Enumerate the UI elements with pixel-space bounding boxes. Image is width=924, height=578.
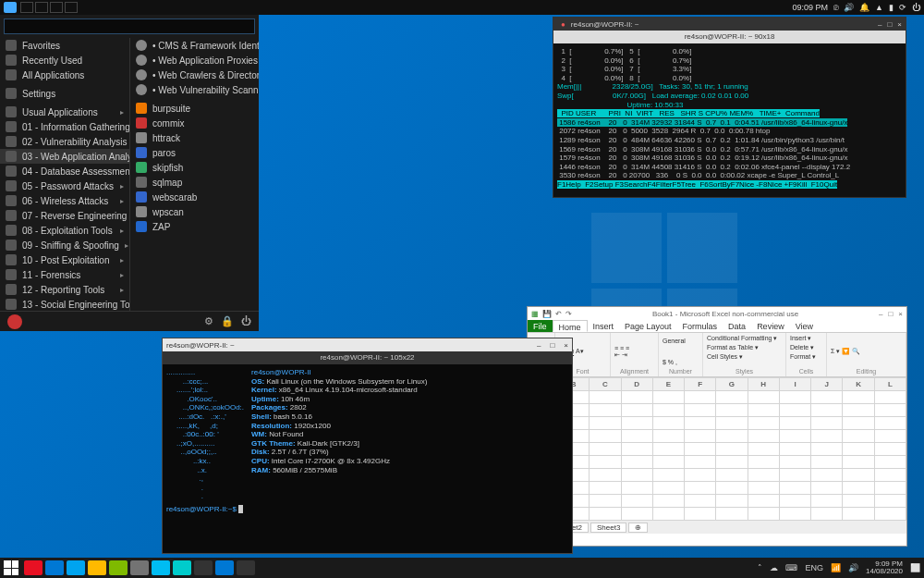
onedrive-icon[interactable]: ☁ (770, 563, 778, 572)
col-header[interactable]: F (685, 378, 716, 391)
neo-prompt[interactable]: re4son@WOPR-II:~$ _ (163, 505, 572, 513)
insert-button[interactable]: Insert ▾ (790, 335, 811, 342)
task-item[interactable] (173, 560, 191, 575)
tool-sqlmap[interactable]: sqlmap (130, 175, 259, 190)
redo-icon[interactable]: ↷ (565, 310, 572, 318)
menu-cat-9[interactable]: 09 - Sniffing & Spoofing▸ (0, 238, 129, 252)
col-header[interactable]: H (748, 378, 779, 391)
menu-lock-icon[interactable]: 🔒 (221, 315, 234, 327)
menu-recent[interactable]: Recently Used (0, 53, 129, 68)
save-icon[interactable]: 💾 (542, 310, 552, 318)
col-header[interactable]: K (843, 378, 874, 391)
menu-settings-icon[interactable]: ⚙ (204, 315, 213, 327)
kali-logo-icon[interactable] (4, 2, 17, 13)
menu-cat-3[interactable]: 03 - Web Application Analysis▸ (0, 149, 129, 164)
menu-favorites[interactable]: Favorites (0, 38, 129, 53)
subcat-2[interactable]: • Web Crawlers & Directory ...▸ (130, 68, 259, 82)
tab-formulas[interactable]: Formulas (677, 320, 723, 332)
task-item[interactable] (45, 560, 64, 575)
launcher-4[interactable] (65, 2, 78, 13)
task-item[interactable] (130, 560, 149, 575)
window-neofetch[interactable]: re4son@WOPR-II: ~ – □ × re4son@WOPR-II: … (162, 338, 573, 554)
task-item[interactable] (88, 560, 106, 575)
menu-cat-10[interactable]: 10 - Post Exploitation▸ (0, 252, 129, 267)
ime-icon[interactable]: ⌨ (785, 563, 797, 572)
excel-icon[interactable]: ▦ (531, 310, 539, 318)
task-item[interactable] (215, 560, 234, 575)
taskbar-clock[interactable]: 9:09 PM 14/08/2020 (866, 560, 903, 575)
task-item[interactable] (24, 560, 43, 575)
task-item[interactable] (67, 560, 85, 575)
refresh-icon[interactable]: ⟳ (899, 3, 906, 12)
task-item[interactable] (194, 560, 213, 575)
task-item[interactable] (109, 560, 128, 575)
task-item[interactable] (237, 560, 255, 575)
volume-icon[interactable]: 🔊 (844, 3, 854, 12)
col-header[interactable]: I (779, 378, 810, 391)
notification-icon[interactable]: ⬜ (910, 563, 920, 572)
bell-icon[interactable]: 🔔 (859, 3, 869, 12)
launcher-3[interactable] (50, 2, 63, 13)
number-format[interactable]: General (663, 338, 686, 344)
neo-titlebar[interactable]: re4son@WOPR-II: ~ – □ × (163, 338, 572, 351)
tool-zap[interactable]: ZAP (130, 219, 259, 234)
menu-search-input[interactable] (4, 18, 255, 34)
menu-cat-5[interactable]: 05 - Password Attacks▸ (0, 178, 129, 193)
subcat-0[interactable]: • CMS & Framework Identif...▸ (130, 38, 259, 53)
close-icon[interactable]: × (898, 310, 903, 318)
menu-cat-0[interactable]: Usual Applications▸ (0, 105, 129, 119)
col-header[interactable]: C (590, 378, 621, 391)
subcat-3[interactable]: • Web Vulnerability Scanners▸ (130, 82, 259, 97)
tab-file[interactable]: File (528, 320, 553, 332)
power-icon[interactable]: ⏻ (912, 3, 920, 12)
col-header[interactable]: L (874, 378, 906, 391)
menu-cat-8[interactable]: 08 - Exploitation Tools▸ (0, 223, 129, 238)
tool-skipfish[interactable]: skipfish (130, 160, 259, 175)
autosum-button[interactable]: Σ ▾ (831, 348, 840, 355)
window-excel[interactable]: ▦ 💾 ↶ ↷ Book1 - Microsoft Excel non-comm… (527, 306, 907, 547)
sheet-tab[interactable]: Sheet3 (590, 523, 626, 533)
menu-cat-13[interactable]: 13 - Social Engineering Tools▸ (0, 297, 129, 311)
subcat-1[interactable]: • Web Application Proxies▸ (130, 53, 259, 68)
excel-titlebar[interactable]: ▦ 💾 ↶ ↷ Book1 - Microsoft Excel non-comm… (528, 307, 906, 320)
tab-home[interactable]: Home (553, 320, 588, 332)
network-icon[interactable]: 📶 (831, 563, 841, 572)
tool-commix[interactable]: commix (130, 116, 259, 130)
tab-page-layout[interactable]: Page Layout (619, 320, 677, 332)
display-icon[interactable]: ⎚ (833, 3, 838, 12)
htop-titlebar[interactable]: ● re4son@WOPR-II: ~ – □ × (553, 18, 906, 31)
menu-cat-1[interactable]: 01 - Information Gathering▸ (0, 119, 129, 134)
task-item[interactable] (152, 560, 170, 575)
find-select-button[interactable]: 🔍 (852, 348, 860, 355)
tab-view[interactable]: View (790, 320, 819, 332)
excel-grid[interactable]: B C D E F G H I J K L (528, 377, 906, 521)
launcher-1[interactable] (20, 2, 33, 13)
maximize-icon[interactable]: □ (888, 310, 893, 318)
menu-cat-7[interactable]: 07 - Reverse Engineering▸ (0, 208, 129, 223)
warn-icon[interactable]: ▲ (875, 3, 883, 12)
menu-cat-4[interactable]: 04 - Database Assessment▸ (0, 164, 129, 178)
battery-icon[interactable]: ▮ (889, 3, 894, 12)
tool-webscarab[interactable]: webscarab (130, 190, 259, 204)
language-indicator[interactable]: ENG (805, 563, 823, 572)
format-button[interactable]: Format ▾ (790, 353, 816, 361)
tool-paros[interactable]: paros (130, 145, 259, 160)
col-header[interactable]: J (811, 378, 843, 391)
tab-data[interactable]: Data (723, 320, 751, 332)
cond-format-button[interactable]: Conditional Formatting ▾ (707, 335, 777, 342)
maximize-icon[interactable]: □ (550, 341, 554, 350)
maximize-icon[interactable]: □ (887, 20, 892, 29)
col-header[interactable]: D (621, 378, 652, 391)
panel-clock[interactable]: 09:09 PM (793, 3, 829, 12)
cell-styles-button[interactable]: Cell Styles ▾ (707, 353, 743, 361)
menu-settings[interactable]: Settings (0, 86, 129, 101)
launcher-2[interactable] (35, 2, 48, 13)
menu-cat-2[interactable]: 02 - Vulnerability Analysis▸ (0, 134, 129, 149)
undo-icon[interactable]: ↶ (555, 310, 562, 318)
tool-httrack[interactable]: httrack (130, 130, 259, 145)
delete-button[interactable]: Delete ▾ (790, 344, 814, 351)
tab-insert[interactable]: Insert (588, 320, 620, 332)
tool-wpscan[interactable]: wpscan (130, 204, 259, 219)
menu-logout-icon[interactable]: ⏻ (241, 315, 251, 327)
tab-review[interactable]: Review (751, 320, 790, 332)
